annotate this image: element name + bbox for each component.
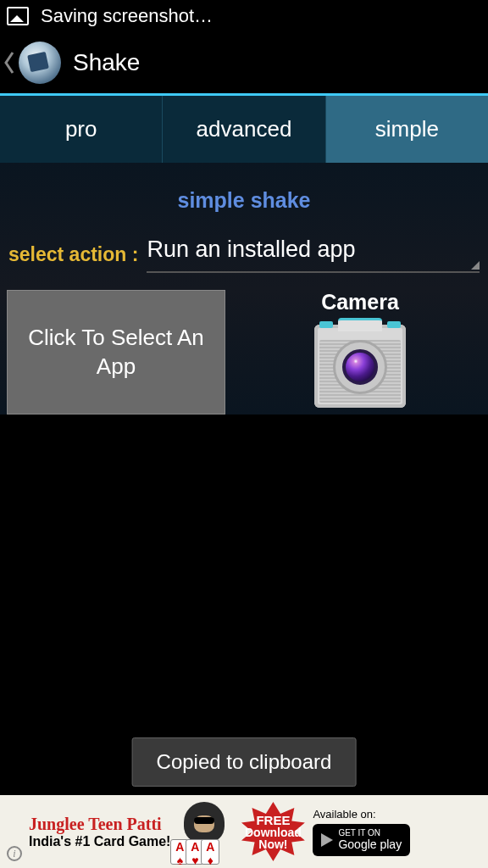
title-bar[interactable]: Shake: [0, 32, 488, 93]
store-big: Google play: [338, 837, 402, 851]
content-area: simple shake select action : Run an inst…: [0, 163, 488, 415]
tab-pro[interactable]: pro: [0, 96, 163, 163]
select-app-button[interactable]: Click To Select An App: [7, 290, 225, 415]
store-small: GET IT ON: [338, 829, 402, 837]
selection-row: Click To Select An App Camera: [7, 290, 481, 415]
play-icon: [321, 833, 333, 847]
ad-burst-download: Download: [245, 826, 302, 838]
ad-subtitle: India's #1 Card Game!: [29, 834, 170, 849]
ad-title: Junglee Teen Patti: [29, 815, 170, 834]
toast: Copied to clipboard: [132, 737, 357, 787]
google-play-badge[interactable]: GET IT ON Google play: [313, 824, 410, 856]
action-row: select action : Run an installed app: [7, 236, 481, 273]
action-spinner[interactable]: Run an installed app: [147, 236, 480, 273]
ad-burst-now: Now!: [258, 838, 287, 850]
ad-text: Junglee Teen Patti India's #1 Card Game!: [29, 815, 170, 849]
ad-character: A♠ A♥ A♦: [174, 798, 235, 865]
back-icon: [3, 51, 15, 75]
camera-icon[interactable]: [314, 325, 406, 408]
ad-burst: FREE Download Now!: [236, 798, 309, 865]
action-label: select action :: [8, 243, 147, 266]
tab-bar: pro advanced simple: [0, 93, 488, 163]
ad-store: Available on: GET IT ON Google play: [313, 808, 481, 856]
app-title: Shake: [73, 49, 140, 76]
selected-app: Camera: [239, 290, 481, 415]
section-title: simple shake: [7, 188, 481, 213]
dropdown-icon: [471, 261, 480, 270]
ad-available: Available on:: [313, 808, 481, 821]
ad-banner[interactable]: i Junglee Teen Patti India's #1 Card Gam…: [0, 795, 488, 868]
ad-burst-free: FREE: [256, 814, 290, 826]
status-bar: Saving screenshot…: [0, 0, 488, 32]
status-text: Saving screenshot…: [41, 5, 213, 27]
tab-simple[interactable]: simple: [326, 96, 488, 163]
app-icon: [19, 42, 61, 84]
selected-app-name: Camera: [321, 290, 399, 314]
info-icon[interactable]: i: [7, 846, 22, 861]
image-icon: [7, 7, 29, 25]
action-value: Run an installed app: [147, 236, 355, 262]
tab-advanced[interactable]: advanced: [163, 96, 325, 163]
